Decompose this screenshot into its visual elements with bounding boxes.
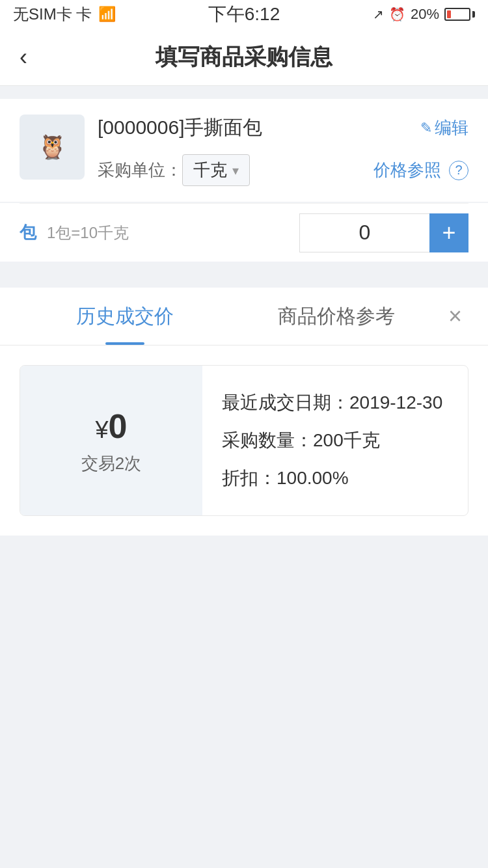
price-details-right: 最近成交日期：2019-12-30 采购数量：200千克 折扣：100.00% — [202, 366, 468, 515]
latest-date-label: 最近成交日期： — [222, 392, 349, 413]
edit-label: 编辑 — [435, 116, 468, 139]
tab-content: ¥0 交易2次 最近成交日期：2019-12-30 采购数量：200千克 折扣：… — [0, 346, 488, 536]
battery-icon — [444, 8, 475, 21]
tab-history-price-label: 历史成交价 — [76, 303, 174, 330]
price-value: 0 — [109, 407, 128, 445]
discount-row: 折扣：100.00% — [222, 465, 448, 492]
quantity-section: 包 1包=10千克 0 + — [0, 203, 488, 262]
price-amount: ¥0 — [96, 407, 128, 446]
tab-history-price[interactable]: 历史成交价 — [20, 288, 230, 345]
product-info: [0000006]手撕面包 ✎ 编辑 采购单位： 千克 ▾ 价格参照 ? — [98, 115, 468, 186]
question-icon: ? — [449, 161, 468, 180]
price-card: ¥0 交易2次 最近成交日期：2019-12-30 采购数量：200千克 折扣：… — [20, 365, 468, 516]
quantity-increment-button[interactable]: + — [429, 213, 468, 252]
unit-label: 采购单位： — [98, 159, 182, 182]
package-label: 包 — [20, 221, 36, 244]
quantity-row: 包 1包=10千克 0 + — [20, 203, 468, 262]
currency-symbol: ¥ — [96, 416, 109, 443]
purchase-qty-label: 采购数量： — [222, 430, 313, 450]
status-right: ↗ ⏰ 20% — [373, 6, 475, 23]
tab-section: 历史成交价 商品价格参考 × ¥0 交易2次 最近成交日期：2019-12-30… — [0, 288, 488, 536]
battery-percent: 20% — [411, 6, 439, 23]
carrier-text: 无SIM卡 卡 — [13, 4, 92, 25]
tab-product-price-ref[interactable]: 商品价格参考 — [230, 288, 441, 345]
price-ref-label: 价格参照 — [373, 159, 441, 182]
unit-select-dropdown[interactable]: 千克 ▾ — [182, 154, 250, 186]
product-header: 🦉 [0000006]手撕面包 ✎ 编辑 采购单位： 千克 ▾ — [20, 115, 468, 186]
wifi-icon: 📶 — [98, 6, 116, 23]
section-divider — [0, 262, 488, 275]
package-conversion: 1包=10千克 — [47, 223, 129, 243]
unit-value: 千克 — [193, 159, 227, 182]
dropdown-arrow-icon: ▾ — [232, 163, 239, 178]
quantity-value: 0 — [359, 221, 371, 245]
edit-pencil-icon: ✎ — [420, 120, 432, 137]
alarm-icon: ⏰ — [389, 7, 405, 22]
latest-date-row: 最近成交日期：2019-12-30 — [222, 389, 448, 416]
status-bar: 无SIM卡 卡 📶 下午6:12 ↗ ⏰ 20% — [0, 0, 488, 29]
product-image: 🦉 — [20, 115, 85, 180]
nav-title: 填写商品采购信息 — [156, 42, 332, 72]
unit-selector-group: 采购单位： 千克 ▾ — [98, 154, 250, 186]
purchase-qty-row: 采购数量：200千克 — [222, 427, 448, 454]
status-left: 无SIM卡 卡 📶 — [13, 4, 116, 25]
discount-value: 100.00% — [277, 468, 349, 488]
tab-bar: 历史成交价 商品价格参考 × — [0, 288, 488, 346]
transaction-count: 交易2次 — [81, 452, 141, 475]
tab-close-button[interactable]: × — [442, 296, 468, 336]
price-summary-left: ¥0 交易2次 — [20, 366, 202, 515]
discount-label: 折扣： — [222, 468, 277, 488]
back-button[interactable]: ‹ — [20, 37, 34, 77]
product-logo: 🦉 — [38, 133, 67, 161]
product-card: 🦉 [0000006]手撕面包 ✎ 编辑 采购单位： 千克 ▾ — [0, 99, 488, 202]
edit-button[interactable]: ✎ 编辑 — [420, 116, 468, 139]
product-title-row: [0000006]手撕面包 ✎ 编辑 — [98, 115, 468, 141]
nav-bar: ‹ 填写商品采购信息 — [0, 29, 488, 86]
tab-product-price-ref-label: 商品价格参考 — [278, 303, 395, 330]
quantity-label-group: 包 1包=10千克 — [20, 221, 129, 244]
quantity-input-group: 0 + — [299, 213, 468, 252]
unit-row: 采购单位： 千克 ▾ 价格参照 ? — [98, 154, 468, 186]
latest-date-value: 2019-12-30 — [349, 392, 442, 413]
product-name: [0000006]手撕面包 — [98, 115, 262, 141]
purchase-qty-value: 200千克 — [313, 430, 380, 450]
quantity-input[interactable]: 0 — [299, 213, 429, 252]
status-time: 下午6:12 — [208, 2, 280, 27]
location-icon: ↗ — [373, 7, 384, 22]
price-reference-button[interactable]: 价格参照 ? — [373, 159, 468, 182]
